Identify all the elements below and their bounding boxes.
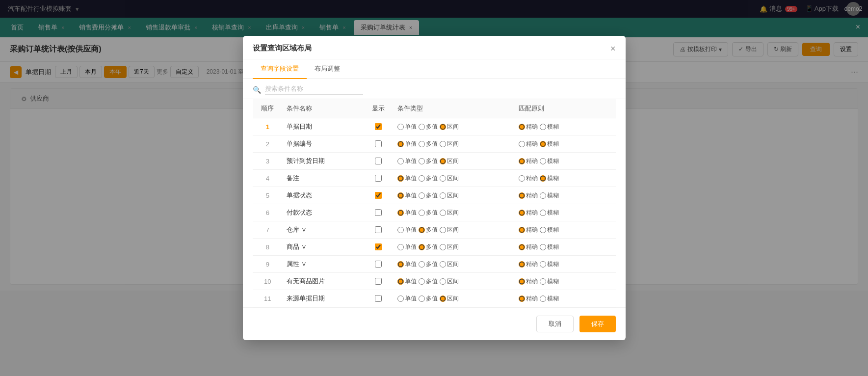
- match-radio-label: 精确: [519, 140, 538, 148]
- order-number: 3: [266, 158, 269, 165]
- match-radio[interactable]: [540, 261, 546, 268]
- match-radio[interactable]: [540, 141, 546, 147]
- display-checkbox[interactable]: [375, 175, 382, 182]
- type-radio[interactable]: [440, 261, 446, 268]
- match-radio[interactable]: [519, 175, 525, 182]
- type-radio[interactable]: [419, 244, 425, 250]
- type-radio[interactable]: [419, 261, 425, 268]
- type-radio[interactable]: [397, 227, 404, 233]
- match-radio-label: 精确: [519, 209, 538, 217]
- match-radio-label: 模糊: [540, 243, 559, 251]
- type-radio[interactable]: [397, 261, 404, 268]
- display-checkbox[interactable]: [375, 158, 382, 164]
- dialog-overlay: 设置查询区域布局 × 查询字段设置 布局调整 🔍 顺序 条件名称 显示 条件类型: [0, 0, 868, 291]
- search-icon: 🔍: [253, 86, 261, 94]
- table-row: 8商品 ∨ 单值 多值 区间 精确 模糊: [253, 239, 616, 256]
- match-radio-label: 模糊: [540, 277, 559, 286]
- match-radio[interactable]: [519, 210, 525, 216]
- order-number: 6: [266, 209, 269, 216]
- type-radio-label: 区间: [440, 174, 459, 183]
- table-row: 2单据编号 单值 多值 区间 精确 模糊: [253, 135, 616, 153]
- match-radio[interactable]: [540, 244, 546, 250]
- dialog-close-button[interactable]: ×: [610, 44, 616, 53]
- match-radio[interactable]: [540, 124, 546, 130]
- match-radio[interactable]: [540, 158, 546, 164]
- match-radio-label: 模糊: [540, 260, 559, 269]
- type-radio[interactable]: [397, 124, 404, 130]
- display-checkbox[interactable]: [375, 243, 382, 250]
- type-radio-label: 单值: [397, 226, 417, 234]
- match-radio-label: 模糊: [540, 191, 559, 200]
- table-row: 5单据状态 单值 多值 区间 精确 模糊: [253, 187, 616, 204]
- dialog-tab-query-fields[interactable]: 查询字段设置: [253, 59, 307, 79]
- match-radio[interactable]: [519, 141, 525, 147]
- match-radio[interactable]: [540, 175, 546, 182]
- match-radio-label: 模糊: [540, 140, 559, 148]
- type-radio-label: 单值: [397, 191, 417, 200]
- type-radio[interactable]: [440, 158, 446, 164]
- condition-name: 单据编号: [283, 135, 363, 153]
- display-checkbox[interactable]: [375, 278, 382, 285]
- type-radio-label: 多值: [419, 260, 438, 269]
- display-checkbox[interactable]: [375, 261, 382, 268]
- match-radio[interactable]: [519, 192, 525, 199]
- match-radio[interactable]: [540, 278, 546, 285]
- order-number: 7: [266, 226, 269, 234]
- type-radio[interactable]: [419, 192, 425, 199]
- type-radio[interactable]: [440, 227, 446, 233]
- type-radio[interactable]: [397, 210, 404, 216]
- type-radio[interactable]: [397, 158, 404, 164]
- match-radio[interactable]: [519, 244, 525, 250]
- display-checkbox[interactable]: [375, 209, 382, 216]
- type-radio[interactable]: [440, 141, 446, 147]
- search-input[interactable]: [265, 85, 363, 95]
- type-radio[interactable]: [397, 278, 404, 285]
- condition-name: 付款状态: [283, 204, 363, 221]
- type-radio-label: 单值: [397, 140, 417, 148]
- type-radio[interactable]: [419, 210, 425, 216]
- type-radio[interactable]: [440, 192, 446, 199]
- type-radio[interactable]: [397, 244, 404, 250]
- type-radio[interactable]: [440, 175, 446, 182]
- type-radio-label: 单值: [397, 243, 417, 251]
- match-radio[interactable]: [540, 192, 546, 199]
- match-radio-label: 精确: [519, 174, 538, 183]
- type-radio[interactable]: [397, 141, 404, 147]
- table-row: 10有无商品图片 单值 多值 区间 精确 模糊: [253, 273, 616, 290]
- type-radio[interactable]: [397, 175, 404, 182]
- type-radio-label: 区间: [440, 260, 459, 269]
- display-checkbox[interactable]: [375, 123, 382, 130]
- type-radio[interactable]: [419, 124, 425, 130]
- match-radio[interactable]: [519, 278, 525, 285]
- type-radio[interactable]: [419, 175, 425, 182]
- dialog-tabs: 查询字段设置 布局调整: [243, 59, 626, 79]
- match-radio[interactable]: [519, 158, 525, 164]
- type-radio[interactable]: [397, 192, 404, 199]
- type-radio[interactable]: [419, 141, 425, 147]
- type-radio[interactable]: [440, 278, 446, 285]
- display-checkbox[interactable]: [375, 226, 382, 233]
- display-checkbox[interactable]: [375, 192, 382, 199]
- col-type: 条件类型: [394, 99, 515, 118]
- type-radio[interactable]: [419, 227, 425, 233]
- match-radio[interactable]: [519, 227, 525, 233]
- display-checkbox[interactable]: [375, 140, 382, 147]
- dialog-tab-layout[interactable]: 布局调整: [307, 59, 348, 79]
- condition-name: 来源单据日期: [283, 290, 363, 291]
- type-radio-label: 多值: [419, 226, 438, 234]
- type-radio[interactable]: [440, 244, 446, 250]
- col-order: 顺序: [253, 99, 283, 118]
- type-radio[interactable]: [440, 124, 446, 130]
- match-radio-label: 模糊: [540, 209, 559, 217]
- match-radio[interactable]: [540, 210, 546, 216]
- match-radio[interactable]: [519, 261, 525, 268]
- match-radio[interactable]: [519, 124, 525, 130]
- match-radio-label: 精确: [519, 191, 538, 200]
- type-radio[interactable]: [419, 278, 425, 285]
- match-radio[interactable]: [540, 227, 546, 233]
- type-radio[interactable]: [419, 158, 425, 164]
- type-radio-label: 区间: [440, 123, 459, 131]
- condition-name: 属性 ∨: [283, 256, 363, 273]
- type-radio[interactable]: [440, 210, 446, 216]
- match-radio-label: 精确: [519, 260, 538, 269]
